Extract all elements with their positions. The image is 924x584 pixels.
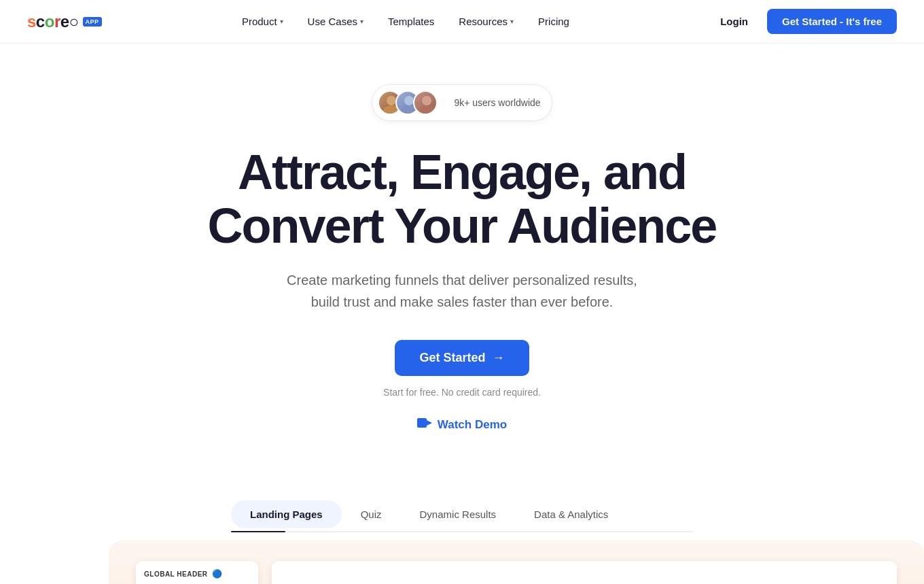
- hero-section: 9k+ users worldwide Attract, Engage, and…: [0, 44, 924, 500]
- preview-sidebar: GLOBAL HEADER 🔵: [136, 561, 258, 584]
- get-started-hero-button[interactable]: Get Started →: [395, 340, 529, 376]
- nav-product[interactable]: Product ▾: [232, 10, 293, 33]
- nav-pricing[interactable]: Pricing: [529, 10, 579, 33]
- preview-main: [272, 561, 897, 584]
- svg-point-7: [419, 105, 435, 115]
- watch-demo-link[interactable]: Watch Demo: [417, 417, 507, 432]
- get-started-header-button[interactable]: Get Started - It's free: [767, 9, 897, 34]
- header-actions: Login Get Started - It's free: [709, 9, 897, 34]
- nav-templates[interactable]: Templates: [378, 10, 444, 33]
- svg-point-6: [422, 96, 431, 105]
- preview-sidebar-badge-icon: 🔵: [212, 569, 223, 579]
- tabs-bar: Landing Pages Quiz Dynamic Results Data …: [231, 500, 693, 528]
- preview-container: GLOBAL HEADER 🔵: [109, 540, 924, 584]
- users-badge: 9k+ users worldwide: [372, 84, 552, 121]
- avatar: [413, 90, 438, 115]
- tab-data-analytics[interactable]: Data & Analytics: [515, 500, 627, 528]
- video-icon: [417, 417, 432, 432]
- preview-sidebar-label: GLOBAL HEADER 🔵: [144, 569, 250, 579]
- tabs-underline: [231, 531, 693, 532]
- avatar-stack: [378, 90, 438, 115]
- svg-point-0: [387, 96, 396, 105]
- header: score○ APP Product ▾ Use Cases ▾ Templat…: [0, 0, 924, 44]
- logo[interactable]: score○ APP: [27, 12, 102, 31]
- hero-subtitle: Create marketing funnels that deliver pe…: [272, 269, 652, 313]
- tabs-active-indicator: [231, 531, 285, 532]
- users-count-text: 9k+ users worldwide: [454, 97, 540, 108]
- arrow-icon: →: [493, 351, 505, 365]
- nav-resources[interactable]: Resources ▾: [449, 10, 523, 33]
- svg-rect-9: [417, 418, 427, 428]
- svg-point-3: [404, 96, 414, 105]
- tab-quiz[interactable]: Quiz: [342, 500, 401, 528]
- use-cases-chevron-icon: ▾: [360, 18, 363, 25]
- tab-dynamic-results[interactable]: Dynamic Results: [401, 500, 516, 528]
- svg-marker-10: [427, 420, 432, 426]
- resources-chevron-icon: ▾: [510, 18, 514, 25]
- logo-badge: APP: [83, 17, 102, 27]
- login-button[interactable]: Login: [709, 10, 759, 33]
- free-text: Start for free. No credit card required.: [383, 387, 541, 398]
- hero-title: Attract, Engage, and Convert Your Audien…: [208, 145, 717, 253]
- product-chevron-icon: ▾: [280, 18, 283, 25]
- main-nav: Product ▾ Use Cases ▾ Templates Resource…: [232, 10, 579, 33]
- tab-landing-pages[interactable]: Landing Pages: [231, 500, 342, 528]
- logo-text: score○: [27, 12, 79, 31]
- tabs-section: Landing Pages Quiz Dynamic Results Data …: [0, 500, 924, 532]
- nav-use-cases[interactable]: Use Cases ▾: [298, 10, 373, 33]
